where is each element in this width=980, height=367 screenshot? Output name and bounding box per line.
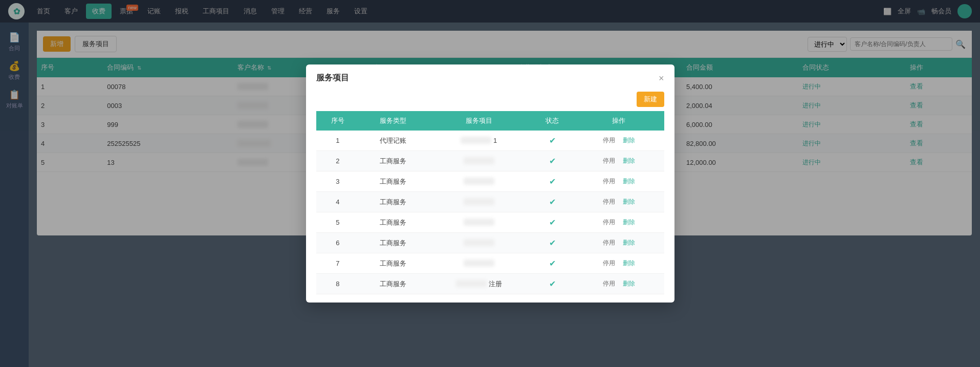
d-item: 注册	[427, 274, 531, 294]
delete-button[interactable]: 删除	[620, 258, 638, 269]
dcol-seq: 序号	[316, 111, 360, 131]
service-item-dialog: 服务项目 × 新建 序号 服务类型 服务项目 状态 操作	[306, 64, 674, 303]
d-seq: 6	[316, 233, 360, 253]
dialog-header: 服务项目 ×	[306, 64, 674, 88]
stop-button[interactable]: 停用	[600, 176, 618, 187]
dialog-table-header: 序号 服务类型 服务项目 状态 操作	[316, 111, 664, 131]
d-type: 工商服务	[359, 274, 427, 294]
d-type: 工商服务	[359, 192, 427, 212]
stop-button[interactable]: 停用	[600, 135, 618, 146]
d-seq: 8	[316, 274, 360, 294]
d-ops: 停用 删除	[574, 274, 664, 294]
d-type: 工商服务	[359, 233, 427, 253]
dialog-table-row: 7 工商服务 ✔ 停用 删除	[316, 253, 664, 274]
delete-button[interactable]: 删除	[620, 197, 638, 207]
delete-button[interactable]: 删除	[620, 217, 638, 228]
d-type: 工商服务	[359, 253, 427, 274]
dialog-table-row: 1 代理记账 1 ✔ 停用 删除	[316, 131, 664, 151]
dialog-close-button[interactable]: ×	[659, 74, 664, 83]
d-status: ✔	[531, 171, 574, 192]
dcol-type: 服务类型	[359, 111, 427, 131]
d-item	[427, 253, 531, 274]
d-ops: 停用 删除	[574, 233, 664, 253]
d-seq: 5	[316, 212, 360, 233]
d-ops: 停用 删除	[574, 151, 664, 171]
modal-overlay[interactable]: 服务项目 × 新建 序号 服务类型 服务项目 状态 操作	[0, 0, 980, 367]
stop-button[interactable]: 停用	[600, 217, 618, 228]
d-seq: 1	[316, 131, 360, 151]
dialog-title: 服务项目	[316, 73, 349, 83]
d-seq: 7	[316, 253, 360, 274]
stop-button[interactable]: 停用	[600, 238, 618, 248]
d-type: 工商服务	[359, 151, 427, 171]
d-seq: 3	[316, 171, 360, 192]
stop-button[interactable]: 停用	[600, 258, 618, 269]
d-ops: 停用 删除	[574, 253, 664, 274]
service-items-table: 序号 服务类型 服务项目 状态 操作 1 代理记账 1 ✔	[316, 111, 664, 294]
dialog-table-row: 6 工商服务 ✔ 停用 删除	[316, 233, 664, 253]
d-item	[427, 151, 531, 171]
dialog-table-scroll[interactable]: 序号 服务类型 服务项目 状态 操作 1 代理记账 1 ✔	[316, 111, 664, 294]
dialog-table-row: 2 工商服务 ✔ 停用 删除	[316, 151, 664, 171]
d-item	[427, 192, 531, 212]
d-ops: 停用 删除	[574, 212, 664, 233]
d-status: ✔	[531, 274, 574, 294]
d-seq: 4	[316, 192, 360, 212]
stop-button[interactable]: 停用	[600, 156, 618, 166]
dialog-new-button[interactable]: 新建	[637, 92, 664, 107]
stop-button[interactable]: 停用	[600, 278, 618, 289]
d-ops: 停用 删除	[574, 192, 664, 212]
d-item	[427, 233, 531, 253]
d-seq: 2	[316, 151, 360, 171]
d-type: 工商服务	[359, 171, 427, 192]
d-item: 1	[427, 131, 531, 151]
d-type: 代理记账	[359, 131, 427, 151]
dcol-item: 服务项目	[427, 111, 531, 131]
d-status: ✔	[531, 151, 574, 171]
dcol-action: 操作	[574, 111, 664, 131]
delete-button[interactable]: 删除	[620, 278, 638, 289]
d-item	[427, 171, 531, 192]
delete-button[interactable]: 删除	[620, 176, 638, 187]
delete-button[interactable]: 删除	[620, 238, 638, 248]
dialog-toolbar: 新建	[306, 88, 674, 111]
dialog-table-row: 8 工商服务 注册 ✔ 停用 删除	[316, 274, 664, 294]
d-ops: 停用 删除	[574, 131, 664, 151]
d-status: ✔	[531, 253, 574, 274]
dialog-body: 序号 服务类型 服务项目 状态 操作 1 代理记账 1 ✔	[306, 111, 674, 303]
dialog-table-row: 5 工商服务 ✔ 停用 删除	[316, 212, 664, 233]
d-status: ✔	[531, 131, 574, 151]
dcol-status: 状态	[531, 111, 574, 131]
d-item	[427, 212, 531, 233]
delete-button[interactable]: 删除	[620, 156, 638, 166]
d-status: ✔	[531, 212, 574, 233]
d-status: ✔	[531, 192, 574, 212]
d-type: 工商服务	[359, 212, 427, 233]
stop-button[interactable]: 停用	[600, 197, 618, 207]
dialog-table-row: 3 工商服务 ✔ 停用 删除	[316, 171, 664, 192]
delete-button[interactable]: 删除	[620, 135, 638, 146]
dialog-table-row: 4 工商服务 ✔ 停用 删除	[316, 192, 664, 212]
d-ops: 停用 删除	[574, 171, 664, 192]
d-status: ✔	[531, 233, 574, 253]
